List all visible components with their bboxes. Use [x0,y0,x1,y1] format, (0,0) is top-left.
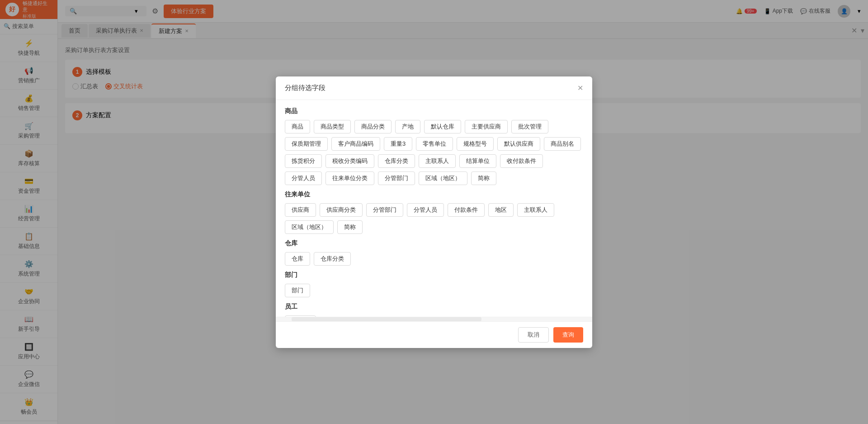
modal-sections: 商品商品商品类型商品分类产地默认仓库主要供应商批次管理保质期管理客户商品编码重量… [285,107,583,317]
field-tag-partner-2[interactable]: 分管部门 [366,203,403,217]
field-tag-partner-6[interactable]: 主联系人 [517,203,554,217]
field-tag-partner-3[interactable]: 分管人员 [407,203,444,217]
field-tag-goods-19[interactable]: 收付款条件 [500,154,543,168]
field-tag-goods-4[interactable]: 默认仓库 [424,120,461,133]
field-tag-warehouse-1[interactable]: 仓库分类 [314,252,351,266]
field-tag-goods-24[interactable]: 简称 [471,172,496,185]
field-tag-goods-16[interactable]: 仓库分类 [378,154,415,168]
field-tag-department-0[interactable]: 部门 [285,284,310,297]
field-tag-goods-13[interactable]: 商品别名 [544,137,581,151]
modal: 分组待选字段 ✕ 商品商品商品类型商品分类产地默认仓库主要供应商批次管理保质期管… [276,76,592,348]
field-tag-goods-6[interactable]: 批次管理 [511,120,548,133]
section-title-department: 部门 [285,271,583,279]
field-tag-goods-3[interactable]: 产地 [395,120,420,133]
field-tag-partner-4[interactable]: 付款条件 [448,203,485,217]
field-tag-goods-8[interactable]: 客户商品编码 [331,137,380,151]
field-tag-goods-5[interactable]: 主要供应商 [465,120,508,133]
field-tag-goods-2[interactable]: 商品分类 [354,120,392,133]
field-tag-partner-7[interactable]: 区域（地区） [285,220,334,234]
field-tag-goods-20[interactable]: 分管人员 [285,172,322,185]
field-tag-goods-11[interactable]: 规格型号 [457,137,494,151]
modal-header: 分组待选字段 ✕ [276,76,592,100]
field-tag-warehouse-0[interactable]: 仓库 [285,252,310,266]
fields-row-partner: 供应商供应商分类分管部门分管人员付款条件地区主联系人区域（地区）简称 [285,203,583,234]
field-tag-goods-23[interactable]: 区域（地区） [419,172,467,185]
section-title-goods: 商品 [285,107,583,115]
field-tag-goods-18[interactable]: 结算单位 [459,154,496,168]
modal-body[interactable]: 商品商品商品类型商品分类产地默认仓库主要供应商批次管理保质期管理客户商品编码重量… [276,100,592,317]
field-tag-goods-12[interactable]: 默认供应商 [497,137,540,151]
field-tag-partner-5[interactable]: 地区 [488,203,514,217]
field-tag-goods-15[interactable]: 税收分类编码 [326,154,374,168]
modal-footer: 取消 查询 [276,321,592,348]
field-tag-partner-1[interactable]: 供应商分类 [320,203,363,217]
section-title-warehouse: 仓库 [285,239,583,248]
section-title-employee: 员工 [285,303,583,311]
field-tag-goods-0[interactable]: 商品 [285,120,310,133]
modal-close-button[interactable]: ✕ [577,84,583,92]
field-tag-partner-0[interactable]: 供应商 [285,203,316,217]
field-tag-goods-9[interactable]: 重量3 [384,137,412,151]
field-tag-goods-1[interactable]: 商品类型 [314,120,351,133]
section-title-partner: 往来单位 [285,191,583,199]
fields-row-goods: 商品商品类型商品分类产地默认仓库主要供应商批次管理保质期管理客户商品编码重量3零… [285,120,583,185]
modal-title: 分组待选字段 [285,84,326,92]
modal-horizontal-scroll[interactable] [276,317,592,321]
confirm-button[interactable]: 查询 [553,327,583,343]
field-tag-goods-10[interactable]: 零售单位 [416,137,453,151]
field-tag-goods-21[interactable]: 往来单位分类 [326,172,374,185]
cancel-button[interactable]: 取消 [518,327,549,343]
field-tag-goods-7[interactable]: 保质期管理 [285,137,328,151]
field-tag-goods-14[interactable]: 拣货积分 [285,154,322,168]
field-tag-goods-22[interactable]: 分管部门 [378,172,415,185]
fields-row-warehouse: 仓库仓库分类 [285,252,583,266]
field-tag-goods-17[interactable]: 主联系人 [419,154,456,168]
field-tag-partner-8[interactable]: 简称 [337,220,363,234]
fields-row-department: 部门 [285,284,583,297]
